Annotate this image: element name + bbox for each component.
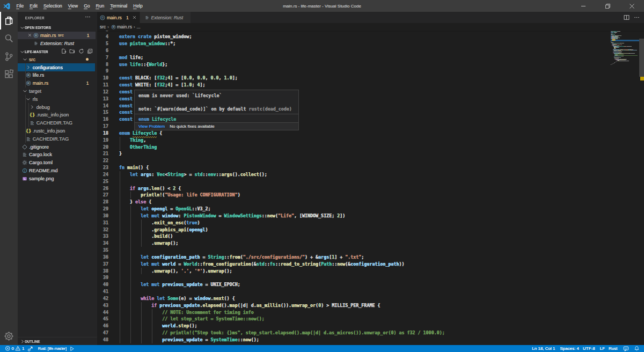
- code-line-23[interactable]: fn main() {: [119, 164, 149, 171]
- code-line-38[interactable]: .unwrap(), '.', '*').unwrap();: [119, 268, 232, 275]
- code-line-40[interactable]: let mut previous_update = UNIX_EPOCH;: [119, 281, 240, 288]
- tree-file-life.rs[interactable]: Rlife.rs: [18, 71, 95, 79]
- code-line-47[interactable]: // println!("Step took: {}ms", step_star…: [119, 329, 445, 336]
- activity-bar-explorer[interactable]: [0, 12, 18, 30]
- code-line-10[interactable]: const BLACK: [f32;4] = [0.0, 0.0, 0.0, 1…: [119, 75, 238, 82]
- menu-selection[interactable]: Selection: [40, 0, 65, 12]
- breadcrumb-item[interactable]: Rmain.rs: [111, 24, 132, 30]
- breadcrumb-item[interactable]: ...: [137, 24, 141, 30]
- code-line-24[interactable]: let args: Vec<String> = std::env::args()…: [119, 171, 267, 178]
- collapse-all-button[interactable]: [87, 48, 93, 54]
- minimap[interactable]: [611, 31, 638, 345]
- activity-bar-search[interactable]: [0, 30, 18, 47]
- activity-bar-settings[interactable]: [0, 327, 18, 345]
- twisty[interactable]: [30, 105, 35, 110]
- status-cursor-position[interactable]: Ln 18, Col 1: [532, 346, 555, 351]
- tab-extension--rust[interactable]: Extension: Rust: [140, 12, 191, 23]
- tree-file-cachedir.tag[interactable]: CACHEDIR.TAG: [18, 135, 95, 143]
- tree-file-.rustcinfo.json[interactable]: {}.rustc_info.json: [18, 111, 95, 119]
- tree-file-.gitignore[interactable]: .gitignore: [18, 143, 95, 151]
- problems-status[interactable]: 01: [5, 346, 24, 351]
- status-language-mode[interactable]: Rust: [609, 346, 617, 351]
- code-line-48[interactable]: previous_update = SystemTime::now();: [119, 336, 259, 343]
- tree-folder-configurations[interactable]: configurations: [18, 63, 95, 71]
- editor-scrollbar-thumb[interactable]: [639, 39, 644, 77]
- tree-folder-debug[interactable]: debug: [18, 103, 95, 111]
- twisty[interactable]: [26, 65, 31, 70]
- tab-close-button[interactable]: [132, 15, 137, 20]
- code-line-32[interactable]: .graphics_api(opengl): [119, 226, 208, 233]
- sidebar-more-actions-icon[interactable]: [85, 14, 91, 20]
- code-line-33[interactable]: .build(): [119, 233, 173, 240]
- menu-terminal[interactable]: Terminal: [107, 0, 130, 12]
- open-editors-header[interactable]: OPEN EDITORS: [18, 24, 97, 32]
- breadcrumb-item[interactable]: src: [100, 24, 106, 30]
- code-line-11[interactable]: const WHITE: [f32;4] = [1.0; 4];: [119, 82, 206, 89]
- activity-bar-extensions[interactable]: [0, 65, 18, 83]
- tree-file-cargo.toml[interactable]: Cargo.toml: [18, 159, 95, 167]
- outline-section-header[interactable]: OUTLINE: [18, 337, 97, 345]
- code-line-5[interactable]: use piston_window::*;: [119, 40, 175, 47]
- status-indentation[interactable]: Spaces: 4: [560, 346, 579, 351]
- tree-folder-src[interactable]: src: [18, 55, 95, 63]
- tree-file-readme.md[interactable]: README.md: [18, 167, 95, 175]
- tree-file-.rustcinfo.json[interactable]: {}.rustc_info.json: [18, 127, 95, 135]
- code-line-44[interactable]: // NOTE: Uncomment for timing info: [119, 309, 254, 316]
- tree-file-sample.png[interactable]: sample.png: [18, 174, 95, 182]
- status-eol[interactable]: LF: [600, 346, 605, 351]
- menu-view[interactable]: View: [65, 0, 80, 12]
- tree-folder-rls[interactable]: rls: [18, 95, 95, 103]
- code-line-4[interactable]: extern crate piston_window;: [119, 33, 192, 40]
- tree-file-main.rs[interactable]: Rmain.rs1: [18, 79, 95, 87]
- code-line-7[interactable]: mod life;: [119, 54, 143, 61]
- code-line-27[interactable]: println!("Usage: life CONFIGURATION"): [119, 192, 240, 199]
- code-line-31[interactable]: .exit_on_esc(true): [119, 219, 200, 226]
- minimize-button[interactable]: [572, 0, 596, 12]
- code-line-8[interactable]: use life::{World};: [119, 61, 167, 68]
- maximize-button[interactable]: [596, 0, 620, 12]
- new-file-button[interactable]: [61, 48, 67, 54]
- menu-help[interactable]: Help: [130, 0, 145, 12]
- view-problem-link[interactable]: View Problem: [138, 124, 165, 129]
- tree-folder-target[interactable]: target: [18, 87, 95, 96]
- code-line-20[interactable]: OtherThing: [119, 144, 157, 151]
- twisty[interactable]: [26, 97, 31, 102]
- tab-main.rs[interactable]: Rmain.rs1: [97, 12, 140, 23]
- code-line-28[interactable]: } else {: [119, 199, 151, 206]
- code-line-30[interactable]: let mut window: PistonWindow = WindowSet…: [119, 212, 345, 219]
- run-button[interactable]: [69, 346, 75, 351]
- menu-go[interactable]: Go: [81, 0, 93, 12]
- menu-file[interactable]: File: [13, 0, 27, 12]
- menu-run[interactable]: Run: [93, 0, 107, 12]
- code-line-29[interactable]: let opengl = OpenGL::V3_2;: [119, 206, 211, 212]
- code-line-37[interactable]: let mut world = World::from_configuratio…: [119, 261, 405, 268]
- rls-status-icon[interactable]: [27, 346, 34, 352]
- twisty[interactable]: [22, 89, 27, 94]
- open-editor-item[interactable]: Extension: Rust: [18, 39, 96, 47]
- twisty[interactable]: [22, 57, 27, 62]
- code-line-19[interactable]: Thing,: [119, 137, 146, 144]
- code-line-34[interactable]: .unwrap();: [119, 240, 178, 247]
- refresh-button[interactable]: [78, 48, 84, 54]
- new-folder-button[interactable]: [69, 48, 75, 54]
- code-line-42[interactable]: while let Some(e) = window.next() {: [119, 295, 235, 302]
- close-button[interactable]: [620, 0, 644, 12]
- open-editor-item[interactable]: Rmain.rssrc1: [18, 32, 96, 40]
- tree-file-cargo.lock[interactable]: Cargo.lock: [18, 151, 95, 159]
- rls-status-label[interactable]: Rust: [life-master]: [38, 346, 67, 351]
- editor-more-actions[interactable]: [634, 14, 640, 20]
- code-line-46[interactable]: world.step();: [119, 322, 197, 329]
- code-line-36[interactable]: let configuration_path = String::from(".…: [119, 254, 364, 261]
- activity-bar-source-control[interactable]: [0, 48, 18, 65]
- split-editor-button[interactable]: [624, 14, 630, 20]
- code-line-26[interactable]: if args.len() < 2 {: [119, 185, 181, 192]
- feedback-button[interactable]: [623, 346, 629, 351]
- code-line-21[interactable]: }: [119, 150, 122, 157]
- menu-edit[interactable]: Edit: [27, 0, 41, 12]
- code-line-43[interactable]: if previous_update.elapsed().map(|d| d.a…: [119, 302, 380, 309]
- tree-file-cachedir.tag[interactable]: CACHEDIR.TAG: [18, 119, 95, 127]
- status-encoding[interactable]: UTF-8: [583, 346, 595, 351]
- notifications-button[interactable]: [634, 346, 640, 351]
- folder-section-header[interactable]: LIFE-MASTER: [18, 48, 97, 56]
- code-line-18[interactable]: enum Lifecycle {: [119, 130, 162, 137]
